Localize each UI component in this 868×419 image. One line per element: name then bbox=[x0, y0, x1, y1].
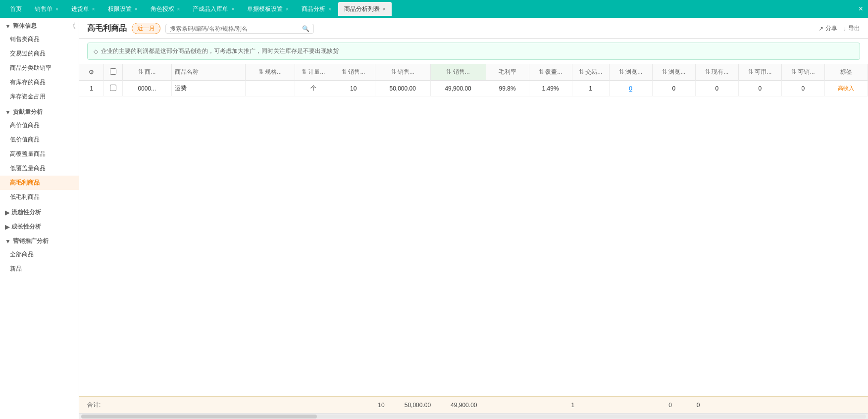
nav-tab-analysis-label: 商品分析 bbox=[302, 5, 325, 13]
close-all-tabs-button[interactable]: × bbox=[859, 4, 863, 13]
nav-tab-product-storage[interactable]: 产成品入库单 × bbox=[187, 2, 240, 16]
col-sales-cost-label: 销售... bbox=[453, 68, 470, 75]
sidebar-group-marketing[interactable]: ▼ 营销推广分析 bbox=[0, 233, 79, 247]
sidebar-item-traded-goods[interactable]: 交易过的商品 bbox=[0, 47, 79, 61]
sidebar-group-general-arrow: ▼ bbox=[5, 23, 11, 30]
sidebar-item-high-value[interactable]: 高价值商品 bbox=[0, 118, 79, 133]
share-button[interactable]: ↗ 分享 bbox=[818, 24, 837, 33]
col-name-label: 商品名称 bbox=[175, 68, 199, 75]
col-header-sales-cost[interactable]: ⇅ 销售... bbox=[430, 64, 486, 81]
col-header-tag[interactable]: 标签 bbox=[824, 64, 868, 81]
nav-tab-purchase-label: 进货单 bbox=[71, 5, 89, 13]
col-header-stock2[interactable]: ⇅ 可用... bbox=[738, 64, 781, 81]
col-header-settings[interactable]: ⚙ bbox=[79, 64, 104, 81]
sidebar-collapse-button[interactable]: 《 bbox=[69, 22, 76, 31]
col-header-trade[interactable]: ⇅ 交易... bbox=[572, 64, 609, 81]
col-header-sales-qty[interactable]: ⇅ 销售... bbox=[332, 64, 375, 81]
search-input[interactable] bbox=[170, 25, 300, 32]
data-table-container: ⚙ ⇅ 商... 商品名称 ⇅ bbox=[79, 64, 868, 396]
col-browse2-sort-icon: ⇅ bbox=[662, 68, 667, 75]
nav-tab-analysis-list[interactable]: 商品分析列表 × bbox=[338, 2, 392, 16]
nav-tab-home[interactable]: 首页 bbox=[4, 2, 28, 16]
col-header-stock1[interactable]: ⇅ 现有... bbox=[695, 64, 738, 81]
nav-tab-sales-close[interactable]: × bbox=[55, 6, 58, 12]
sidebar-item-sales-goods[interactable]: 销售类商品 bbox=[0, 32, 79, 47]
col-header-cover[interactable]: ⇅ 覆盖... bbox=[529, 64, 572, 81]
col-header-sales-amt[interactable]: ⇅ 销售... bbox=[375, 64, 430, 81]
col-header-browse1[interactable]: ⇅ 浏览... bbox=[609, 64, 652, 81]
sidebar-group-growth[interactable]: ▶ 成长性分析 bbox=[0, 219, 79, 233]
col-stock2-label: 可用... bbox=[755, 68, 771, 75]
scrollbar-thumb[interactable] bbox=[81, 415, 317, 419]
col-code-sort-icon: ⇅ bbox=[138, 68, 143, 75]
col-header-sellable[interactable]: ⇅ 可销... bbox=[781, 64, 824, 81]
cell-gross-rate: 99.8% bbox=[486, 81, 529, 96]
cell-sellable: 0 bbox=[781, 81, 824, 96]
sidebar-item-stock-goods[interactable]: 有库存的商品 bbox=[0, 75, 79, 90]
nav-tab-analysis-close[interactable]: × bbox=[328, 6, 331, 12]
col-stock1-label: 现有... bbox=[712, 68, 728, 75]
export-icon: ↓ bbox=[843, 25, 846, 32]
nav-tab-template-close[interactable]: × bbox=[286, 6, 289, 12]
col-stock1-sort-icon: ⇅ bbox=[705, 68, 710, 75]
sidebar-item-low-value[interactable]: 低价值商品 bbox=[0, 133, 79, 147]
col-tag-label: 标签 bbox=[840, 68, 852, 75]
nav-tab-roles-label: 角色授权 bbox=[151, 5, 174, 13]
tag-label: 高收入 bbox=[838, 85, 854, 91]
col-header-spec[interactable]: ⇅ 规格... bbox=[246, 64, 295, 81]
nav-tab-analysis[interactable]: 商品分析 × bbox=[296, 2, 337, 16]
cell-stock2: 0 bbox=[738, 81, 781, 96]
col-header-gross-rate[interactable]: 毛利率 bbox=[486, 64, 529, 81]
sidebar-group-trend[interactable]: ▶ 流趋性分析 bbox=[0, 204, 79, 219]
nav-tab-sales[interactable]: 销售单 × bbox=[29, 2, 64, 16]
horizontal-scrollbar[interactable] bbox=[79, 413, 868, 419]
col-trade-label: 交易... bbox=[585, 68, 602, 75]
cell-browse1[interactable]: 0 bbox=[609, 81, 652, 96]
content-area: 高毛利商品 近一月 🔍 ↗ 分享 ↓ 导出 ◇ 企业的主要的利润都是这部分商品创… bbox=[79, 18, 868, 419]
nav-tab-roles-close[interactable]: × bbox=[177, 6, 180, 12]
sidebar-item-new-goods[interactable]: 新品 bbox=[0, 262, 79, 276]
nav-tab-purchase[interactable]: 进货单 × bbox=[65, 2, 101, 16]
col-header-checkbox[interactable] bbox=[104, 64, 122, 81]
data-table: ⚙ ⇅ 商... 商品名称 ⇅ bbox=[79, 64, 868, 96]
filter-recent-month-button[interactable]: 近一月 bbox=[132, 23, 160, 34]
table-footer: 合计: 10 50,000.00 49,900.00 1 0 0 bbox=[79, 396, 868, 413]
sidebar-item-high-cover[interactable]: 高覆盖量商品 bbox=[0, 147, 79, 161]
sidebar-group-growth-arrow: ▶ bbox=[5, 224, 9, 231]
footer-label: 合计: bbox=[87, 401, 101, 409]
cell-tag: 高收入 bbox=[824, 81, 868, 96]
nav-tab-purchase-close[interactable]: × bbox=[92, 6, 95, 12]
cell-browse2: 0 bbox=[652, 81, 695, 96]
col-sellable-label: 可销... bbox=[798, 68, 815, 75]
nav-tab-home-label: 首页 bbox=[10, 5, 22, 13]
nav-tab-permissions-close[interactable]: × bbox=[135, 6, 138, 12]
search-icon[interactable]: 🔍 bbox=[302, 25, 309, 32]
cell-check[interactable] bbox=[104, 81, 122, 96]
nav-tab-roles[interactable]: 角色授权 × bbox=[145, 2, 186, 16]
sidebar-item-low-margin[interactable]: 低毛利商品 bbox=[0, 190, 79, 204]
col-header-name[interactable]: 商品名称 bbox=[172, 64, 246, 81]
col-header-unit[interactable]: ⇅ 计量... bbox=[295, 64, 332, 81]
nav-tab-product-storage-close[interactable]: × bbox=[231, 6, 234, 12]
col-header-code[interactable]: ⇅ 商... bbox=[122, 64, 171, 81]
sidebar-item-category-assist[interactable]: 商品分类助销率 bbox=[0, 61, 79, 75]
row-checkbox[interactable] bbox=[110, 85, 116, 91]
col-spec-label: 规格... bbox=[265, 68, 282, 75]
search-box[interactable]: 🔍 bbox=[165, 24, 314, 34]
nav-tab-permissions[interactable]: 权限设置 × bbox=[102, 2, 144, 16]
nav-tab-template[interactable]: 单据模板设置 × bbox=[241, 2, 295, 16]
sidebar-item-stock-fund[interactable]: 库存资金占用 bbox=[0, 90, 79, 104]
footer-trade: 1 bbox=[571, 402, 574, 409]
export-button[interactable]: ↓ 导出 bbox=[843, 24, 860, 33]
col-header-browse2[interactable]: ⇅ 浏览... bbox=[652, 64, 695, 81]
cell-cover: 1.49% bbox=[529, 81, 572, 96]
sidebar-item-low-cover[interactable]: 低覆盖量商品 bbox=[0, 161, 79, 176]
sidebar-group-contribution[interactable]: ▼ 贡献量分析 bbox=[0, 104, 79, 118]
select-all-checkbox[interactable] bbox=[110, 68, 116, 75]
sidebar-item-all-goods[interactable]: 全部商品 bbox=[0, 247, 79, 262]
sidebar-group-general[interactable]: ▼ 整体信息 bbox=[0, 18, 79, 32]
browse1-link[interactable]: 0 bbox=[629, 85, 632, 92]
col-sellable-sort-icon: ⇅ bbox=[791, 68, 796, 75]
nav-tab-analysis-list-close[interactable]: × bbox=[383, 6, 386, 12]
sidebar-item-high-margin[interactable]: 高毛利商品 bbox=[0, 176, 79, 190]
